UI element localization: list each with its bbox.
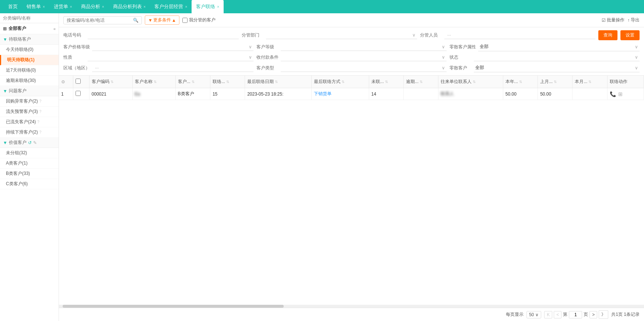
nav-customer-tier[interactable]: 客户分层经营 × [150,0,192,13]
manager-select[interactable]: ··· [444,31,595,39]
filter-gender: 性质 ∨ [63,54,253,61]
status-select[interactable]: ∨ [474,54,640,61]
chevron-down-icon: ∨ [442,55,445,60]
sort-icon: ⇅ [420,80,423,84]
col-this-month[interactable]: 本月...⇅ [573,76,607,88]
customer-level-select[interactable]: ∨ [281,43,447,51]
collapse-icon[interactable]: « [53,27,56,31]
my-customers-checkbox[interactable]: 我分管的客户 [182,17,216,23]
more-conditions-btn[interactable]: ▼ 更多条件 ▲ [145,15,179,25]
cell-last-date: 2023-05-23 18:25: [245,88,312,100]
group-problem-customers[interactable]: ▼ 问题客户 [0,86,59,96]
retail-attr-select[interactable]: 全部 ∨ [478,42,640,51]
sidebar-item-abnormal-repurchase[interactable]: 回购异常客户(2) ? [0,96,59,107]
nav-customer-contact[interactable]: 客户联络 × [192,0,224,13]
col-type[interactable]: 客户...⇅ [175,76,210,88]
sidebar-item-class-a[interactable]: A类客户(1) [0,158,59,169]
col-name[interactable]: 客户名称⇅ [132,76,175,88]
col-last-month[interactable]: 上月...⇅ [538,76,573,88]
help-icon[interactable]: ? [39,130,42,134]
help-icon[interactable]: ? [37,120,39,124]
more-action-icon[interactable]: ⊞ [618,91,623,97]
sidebar-item-7days-contact[interactable]: 近7天待联络(0) [0,65,59,76]
scrollbar-thumb[interactable] [63,305,284,308]
area-select[interactable]: ··· [92,64,253,72]
col-no-contact[interactable]: 未联...⇅ [369,76,403,88]
my-customers-input[interactable] [182,18,188,23]
customers-table: ⚙ 客户编码⇅ 客户名称⇅ 客户...⇅ 联络...⇅ 最后联络日期⇅ 最后联络… [59,76,644,100]
group-pending-contact[interactable]: ▼ 待联络客户 [0,34,59,45]
col-no-contact-label: 未联... [371,79,384,84]
retail-customer-select[interactable]: 全部 ∨ [474,63,640,72]
col-code[interactable]: 客户编码⇅ [89,76,132,88]
select-all-checkbox[interactable] [76,79,81,84]
row-checkbox[interactable] [76,91,81,96]
nav-home[interactable]: 首页 [4,0,22,13]
close-icon[interactable]: × [70,5,72,9]
close-icon[interactable]: × [185,5,187,9]
col-last-contact-method[interactable]: 最后联络方式⇅ [311,76,369,88]
sidebar-item-tomorrow-contact[interactable]: 明天待联络(1) [0,55,59,65]
search-input[interactable] [67,18,133,23]
page-number-input[interactable] [569,311,582,318]
close-icon[interactable]: × [102,5,104,9]
sort-icon: ⇅ [226,80,229,84]
sidebar-item-churned[interactable]: 已流失客户(24) ? [0,117,59,127]
first-page-btn[interactable]: K [544,311,552,318]
payment-select[interactable]: ∨ [281,54,447,61]
refresh-icon[interactable]: ↺ [28,140,32,145]
col-contacts[interactable]: 联络...⇅ [210,76,245,88]
table-wrap: ⚙ 客户编码⇅ 客户名称⇅ 客户...⇅ 联络...⇅ 最后联络日期⇅ 最后联络… [59,76,644,305]
sidebar-all-customers[interactable]: ⊞ 全部客户 « [0,23,59,34]
col-overdue[interactable]: 逾期...⇅ [404,76,438,88]
help-icon[interactable]: ? [39,110,42,114]
customer-type-select[interactable]: ∨ [281,64,447,72]
sidebar-item-class-b[interactable]: B类客户(33) [0,169,59,179]
page-size-select[interactable]: 50 ∨ [526,311,541,318]
gear-icon[interactable]: ⚙ [61,79,65,84]
nav-purchase[interactable]: 进货单 × [49,0,77,13]
gender-select[interactable]: ∨ [88,54,253,61]
sidebar-item-declining[interactable]: 持续下滑客户(2) ? [0,127,59,138]
nav-product-analysis[interactable]: 商品分析 × [77,0,109,13]
close-icon[interactable]: × [43,5,45,9]
sidebar-item-class-c[interactable]: C类客户(6) [0,179,59,189]
close-icon[interactable]: × [217,5,219,9]
sidebar-item-ungrouped[interactable]: 未分组(32) [0,148,59,158]
next-page-btn[interactable]: > [589,311,597,318]
sidebar-item-today-contact[interactable]: 今天待联络(0) [0,45,59,55]
nav-sales[interactable]: 销售单 × [22,0,49,13]
sidebar-item-overdue-contact[interactable]: 逾期未联络(30) [0,76,59,86]
phone-input[interactable] [88,31,239,39]
help-icon[interactable]: ? [39,99,42,103]
edit-icon[interactable]: ✎ [33,140,37,145]
col-unit-contact[interactable]: 往来单位联系人⇅ [438,76,503,88]
prev-page-btn[interactable]: < [554,311,561,318]
col-last-contact-date[interactable]: 最后联络日期⇅ [245,76,312,88]
dept-select[interactable]: ∨ [266,31,417,39]
close-icon[interactable]: × [144,5,146,9]
search-icon[interactable]: 🔍 [133,18,139,23]
reset-button[interactable]: 设置 [620,30,640,40]
price-level-select[interactable]: ∨ [92,43,253,51]
sidebar-item-churn-warning[interactable]: 流失预警客户(3) ? [0,107,59,117]
nav-product-analysis-list[interactable]: 商品分析列表 × [109,0,150,13]
content-area: 🔍 ▼ 更多条件 ▲ 我分管的客户 ☑ 批量操作 ↑ 导出 [59,13,644,321]
export-label: 导出 [631,17,640,23]
phone-action-icon[interactable]: 📞 [610,91,616,97]
horizontal-scrollbar[interactable] [59,305,644,308]
last-method-link[interactable]: 下销货单 [314,91,332,96]
last-page-btn[interactable]: 》 [599,310,608,319]
batch-op-btn[interactable]: ☑ 批量操作 [602,17,624,23]
col-this-year[interactable]: 本年...⇅ [503,76,538,88]
item-label: 明天待联络(1) [7,57,35,63]
export-btn[interactable]: ↑ 导出 [627,17,640,23]
sidebar-search-input[interactable] [3,15,58,21]
item-label: 已流失客户(24) [6,119,36,125]
customer-level-label: 客户等级 [256,44,279,50]
page-size-value: 50 [529,312,534,317]
more-icon[interactable]: ··· [447,32,451,38]
query-button[interactable]: 查询 [598,30,617,40]
group-value-customers[interactable]: ▼ 价值客户 ↺ ✎ [0,138,59,148]
more-icon[interactable]: ··· [95,65,99,70]
